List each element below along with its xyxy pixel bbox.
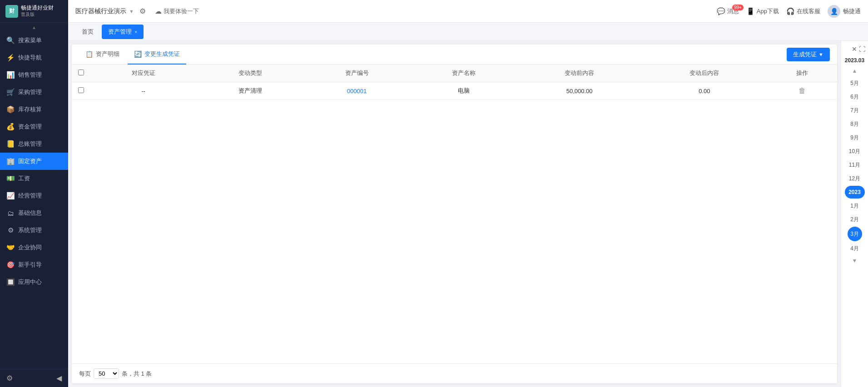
per-page-select[interactable]: 50 10 20 100: [94, 368, 119, 379]
search-icon: 🔍: [6, 36, 15, 45]
sidebar-item-quick-nav[interactable]: ⚡ 快捷导航: [0, 49, 68, 66]
per-page-label: 每页: [79, 370, 91, 378]
inner-tab-asset-detail[interactable]: 📋 资产明细: [79, 45, 126, 64]
header-settings-button[interactable]: ⚙: [139, 7, 146, 15]
sidebar-item-funds[interactable]: 💰 资金管理: [0, 118, 68, 135]
col-voucher: 对应凭证: [90, 64, 197, 82]
month-scroll-down[interactable]: ▼: [848, 256, 862, 265]
month-9[interactable]: 9月: [845, 131, 865, 144]
tab-close-icon[interactable]: ×: [134, 29, 137, 35]
sidebar-item-purchase[interactable]: 🛒 采购管理: [0, 84, 68, 101]
logo-text: 畅捷通好业财: [21, 5, 54, 12]
company-selector[interactable]: 医疗器械行业演示 ▼: [75, 7, 134, 15]
month-5[interactable]: 5月: [845, 77, 865, 89]
logo-sub: 普及版: [21, 11, 54, 18]
sidebar-item-guide[interactable]: 🎯 新手引导: [0, 256, 68, 273]
month-3-active[interactable]: 3月: [848, 227, 862, 241]
row-checkbox-cell: [72, 82, 90, 100]
pagination: 每页 50 10 20 100 条，共 1 条: [72, 363, 837, 383]
sidebar-item-label: 资金管理: [18, 123, 42, 131]
feedback-button[interactable]: ☁ 我要体验一下: [155, 7, 199, 15]
cell-after: 0.00: [642, 82, 767, 100]
sidebar-item-operations[interactable]: 📈 经营管理: [0, 187, 68, 204]
month-12[interactable]: 12月: [845, 172, 865, 185]
month-7[interactable]: 7月: [845, 104, 865, 117]
sidebar-item-app-center[interactable]: 🔲 应用中心: [0, 273, 68, 291]
sales-icon: 📊: [6, 71, 15, 79]
company-name: 医疗器械行业演示: [75, 7, 126, 15]
col-asset-code: 资产编号: [303, 64, 410, 82]
row-checkbox[interactable]: [78, 87, 84, 93]
col-before: 变动前内容: [517, 64, 642, 82]
sidebar-item-label: 经营管理: [18, 192, 42, 200]
avatar: 👤: [828, 5, 840, 18]
sidebar-search[interactable]: 🔍 搜索菜单: [0, 32, 68, 49]
app-download-button[interactable]: 📱 App下载: [746, 7, 779, 15]
sidebar-item-system[interactable]: ⚙ 系统管理: [0, 222, 68, 239]
select-all-checkbox[interactable]: [78, 69, 84, 75]
enterprise-icon: 🤝: [6, 243, 15, 252]
online-service-button[interactable]: 🎧 在线客服: [786, 7, 820, 15]
tab-home[interactable]: 首页: [75, 25, 100, 39]
sidebar-item-label: 企业协同: [18, 243, 42, 252]
sidebar-item-salary[interactable]: 💵 工资: [0, 170, 68, 187]
inner-tab-generate-voucher[interactable]: 🔄 变更生成凭证: [128, 45, 186, 64]
month-11[interactable]: 11月: [845, 159, 865, 171]
month-2[interactable]: 2月: [845, 213, 865, 226]
right-panel-header: ✕ ⛶: [841, 43, 868, 55]
year-2023[interactable]: 2023: [845, 186, 865, 198]
month-10[interactable]: 10月: [845, 145, 865, 158]
fixed-assets-icon: 🏢: [6, 157, 15, 165]
tab-assets[interactable]: 资产管理 ×: [102, 25, 144, 39]
select-all-header: [72, 64, 90, 82]
ledger-icon: 📒: [6, 140, 15, 148]
month-1[interactable]: 1月: [845, 199, 865, 212]
settings-bottom-icon[interactable]: ⚙: [6, 374, 13, 382]
sidebar-item-inventory[interactable]: 📦 库存核算: [0, 101, 68, 118]
sidebar-scroll-up[interactable]: ▲: [0, 23, 68, 32]
sidebar-item-fixed-assets[interactable]: 🏢 固定资产: [0, 153, 68, 170]
cell-change-type: 资产清理: [197, 82, 303, 100]
message-button[interactable]: 💬 消息 99+: [717, 7, 739, 15]
app-download-icon: 📱: [746, 7, 755, 15]
sidebar: 财 畅捷通好业财 普及版 ▲ 🔍 搜索菜单 ⚡ 快捷导航 📊 销售管理 🛒 采购…: [0, 0, 68, 387]
main-content: 医疗器械行业演示 ▼ ⚙ ☁ 我要体验一下 💬 消息 99+ 📱 App下载 🎧…: [68, 0, 868, 387]
generate-btn-label: 生成凭证: [793, 50, 817, 59]
generate-btn-arrow-icon: ▼: [818, 52, 823, 57]
operations-icon: 📈: [6, 192, 15, 200]
month-8[interactable]: 8月: [845, 118, 865, 130]
cell-before: 50,000.00: [517, 82, 642, 100]
user-profile[interactable]: 👤 畅捷通: [828, 5, 861, 18]
col-after: 变动后内容: [642, 64, 767, 82]
sidebar-item-basic-info[interactable]: 🗂 基础信息: [0, 204, 68, 222]
generate-voucher-button[interactable]: 生成凭证 ▼: [787, 48, 830, 61]
tab-navigation: 首页 资产管理 ×: [68, 23, 868, 41]
content-area: 📋 资产明细 🔄 变更生成凭证 生成凭证 ▼: [68, 41, 868, 387]
guide-icon: 🎯: [6, 261, 15, 269]
cell-asset-code: 000001: [303, 82, 410, 100]
tab-home-label: 首页: [82, 28, 94, 36]
generate-voucher-icon: 🔄: [134, 50, 142, 58]
month-scroll-up[interactable]: ▲: [848, 66, 862, 75]
col-asset-name: 资产名称: [410, 64, 517, 82]
inner-tab-asset-detail-label: 资产明细: [96, 50, 119, 58]
cell-action[interactable]: 🗑: [767, 82, 837, 100]
sidebar-item-enterprise[interactable]: 🤝 企业协同: [0, 239, 68, 256]
right-panel-expand-icon[interactable]: ⛶: [859, 45, 865, 53]
right-panel-close-icon[interactable]: ✕: [852, 45, 857, 53]
tab-assets-label: 资产管理: [108, 28, 132, 36]
sidebar-item-label: 新手引导: [18, 261, 42, 269]
inner-tab-generate-voucher-label: 变更生成凭证: [144, 50, 180, 58]
sidebar-item-label: 系统管理: [18, 226, 42, 234]
salary-icon: 💵: [6, 174, 15, 183]
month-6[interactable]: 6月: [845, 90, 865, 103]
feedback-icon: ☁: [155, 7, 162, 15]
month-4[interactable]: 4月: [845, 242, 865, 255]
cell-voucher: --: [90, 82, 197, 100]
sidebar-item-sales[interactable]: 📊 销售管理: [0, 66, 68, 84]
company-arrow-icon: ▼: [129, 9, 134, 14]
collapse-icon[interactable]: ◀: [56, 374, 62, 382]
right-panel: ✕ ⛶ 2023.03 ▲ 5月 6月 7月 8月 9月 10月 11月 12月…: [841, 41, 868, 387]
delete-icon[interactable]: 🗑: [799, 87, 806, 94]
sidebar-item-ledger[interactable]: 📒 总账管理: [0, 135, 68, 153]
